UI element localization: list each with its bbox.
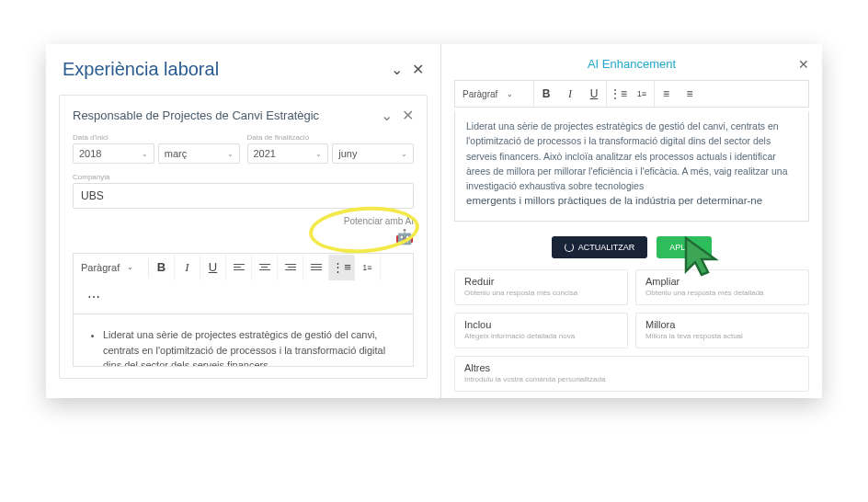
improve-option[interactable]: Millora Millora la teva resposta actual [635,313,809,348]
italic-button[interactable]: I [175,255,200,280]
underline-button[interactable]: U [582,81,606,107]
chevron-down-icon: ⌄ [227,150,234,158]
job-title: Responsable de Projectes de Canvi Estrat… [73,108,319,122]
bold-button[interactable]: B [534,81,558,107]
ai-enhance-trigger[interactable]: Potenciar amb AI 🤖 [73,216,414,245]
paragraph-style-select[interactable]: Paràgraf⌄ [455,81,534,107]
apply-button[interactable]: APLICA [657,236,712,258]
editor-content[interactable]: Liderat una sèrie de projectes estratègi… [73,314,414,367]
align-justify-button[interactable] [303,255,329,280]
section-header: Experiència laboral ⌄ ✕ [59,53,428,89]
reduce-option[interactable]: Reduir Obteniu una resposta més concisa [454,269,628,305]
ai-options-grid: Reduir Obteniu una resposta més concisa … [454,269,809,392]
update-button[interactable]: ACTUALITZAR [552,236,648,258]
section-close-icon[interactable]: ✕ [412,61,424,78]
bullet-item: Liderat una sèrie de projectes estratègi… [103,327,396,367]
align-center-button[interactable] [252,255,278,280]
refresh-icon [565,243,574,252]
italic-button[interactable]: I [558,81,582,107]
ai-panel-title: AI Enhancement ✕ [454,57,809,71]
card-close-icon[interactable]: ✕ [402,107,414,124]
include-option[interactable]: Inclou Afegeix informació detallada nova [454,313,628,348]
start-date-label: Data d'inici [73,133,240,142]
close-icon[interactable]: ✕ [798,57,809,72]
experience-card: Responsable de Projectes de Canvi Estrat… [59,95,428,379]
bold-button[interactable]: B [149,255,175,280]
indent-button[interactable]: ≡ [678,81,702,107]
section-title: Experiència laboral [63,59,219,80]
ai-editor-toolbar: Paràgraf⌄ B I U ⋮≡ 1≡ ≡ ≡ [454,80,809,108]
bullet-list-button[interactable]: ⋮≡ [606,81,630,107]
app-frame: Experiència laboral ⌄ ✕ Responsable de P… [46,44,822,398]
number-list-button[interactable]: 1≡ [355,255,381,280]
editor-toolbar: Paràgraf⌄ B I U ⋮≡ 1≡ [73,253,414,280]
expand-option[interactable]: Ampliar Obteniu una resposta més detalla… [635,269,809,305]
ai-text-content[interactable]: Liderat una sèrie de projectes estratègi… [454,111,809,222]
company-label: Companyia [73,173,414,181]
chevron-down-icon: ⌄ [142,150,148,158]
end-year-select[interactable]: 2021⌄ [247,143,329,164]
number-list-button[interactable]: 1≡ [630,81,654,107]
end-date-label: Data de finalització [247,133,415,142]
other-option[interactable]: Altres Introduïu la vostra comanda perso… [454,356,809,392]
align-right-button[interactable] [278,255,303,280]
chevron-down-icon: ⌄ [401,150,407,158]
card-collapse-icon[interactable]: ⌄ [381,107,393,124]
ai-enhancement-panel: AI Enhancement ✕ Paràgraf⌄ B I U ⋮≡ 1≡ ≡… [441,44,822,398]
section-collapse-icon[interactable]: ⌄ [391,61,403,78]
bullet-list-button[interactable]: ⋮≡ [329,255,355,280]
paragraph-style-select[interactable]: Paràgraf⌄ [74,258,149,277]
robot-icon: 🤖 [73,228,414,245]
company-input[interactable]: UBS [73,183,414,209]
more-options-button[interactable]: ⋯ [81,284,107,310]
end-month-select[interactable]: juny⌄ [332,143,414,164]
chevron-down-icon: ⌄ [315,150,322,158]
underline-button[interactable]: U [200,255,226,280]
ai-label-text: Potenciar amb AI [73,216,414,226]
align-left-button[interactable] [226,255,252,280]
start-year-select[interactable]: 2018⌄ [73,143,154,164]
start-month-select[interactable]: març⌄ [158,143,240,164]
ai-action-buttons: ACTUALITZAR APLICA [454,236,809,258]
outdent-button[interactable]: ≡ [654,81,678,107]
left-pane: Experiència laboral ⌄ ✕ Responsable de P… [46,44,441,398]
